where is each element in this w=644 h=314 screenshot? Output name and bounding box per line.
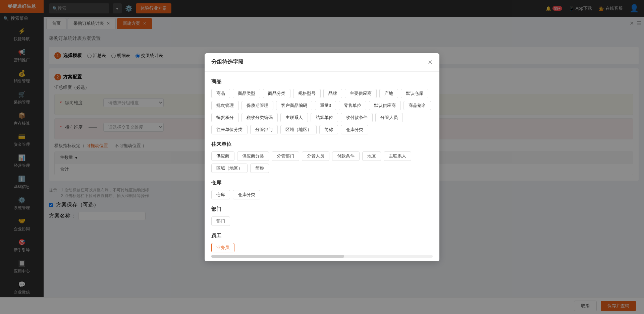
modal-header: 分组待选字段 ✕ [205, 53, 439, 72]
field-tag[interactable]: 拣货积分 [211, 113, 239, 122]
field-tag[interactable]: 默认仓库 [401, 89, 428, 98]
section-partner-fields: 供应商 供应商分类 分管部门 分管人员 付款条件 地区 主联系人 区域（地区） … [211, 151, 433, 173]
modal-title: 分组待选字段 [211, 59, 244, 66]
field-tag[interactable]: 分管人员 [375, 113, 403, 122]
field-tag[interactable]: 保质期管理 [241, 101, 273, 110]
field-tag[interactable]: 仓库 [211, 190, 230, 199]
section-goods-title: 商品 [211, 78, 433, 85]
section-goods-fields: 商品 商品类型 商品分类 规格型号 品牌 主要供应商 产地 默认仓库 批次管理 … [211, 89, 433, 134]
section-warehouse-fields: 仓库 仓库分类 [211, 190, 433, 199]
field-tag[interactable]: 商品分类 [263, 89, 290, 98]
field-tag[interactable]: 结算单位 [311, 113, 338, 122]
field-tag[interactable]: 仓库分类 [233, 190, 260, 199]
section-employee-title: 员工 [211, 233, 433, 239]
field-tag[interactable]: 供应商 [211, 151, 234, 161]
section-warehouse-title: 仓库 [211, 180, 433, 186]
section-dept-fields: 部门 [211, 216, 433, 226]
field-tag[interactable]: 区域（地区） [211, 164, 248, 173]
field-tag[interactable]: 商品类型 [233, 89, 260, 98]
field-tag[interactable]: 客户商品编码 [276, 101, 312, 110]
field-tag[interactable]: 地区 [362, 151, 381, 161]
field-tag[interactable]: 分管部门 [272, 151, 299, 161]
field-tag[interactable]: 税收分类编码 [241, 113, 278, 122]
modal-close-btn[interactable]: ✕ [428, 59, 433, 66]
field-tag[interactable]: 主要供应商 [345, 89, 377, 98]
modal-scrollbar[interactable] [205, 255, 439, 261]
field-tag[interactable]: 主联系人 [384, 151, 411, 161]
field-tag-staff[interactable]: 业务员 [211, 243, 234, 252]
field-tag[interactable]: 商品 [211, 89, 230, 98]
field-tag[interactable]: 付款条件 [332, 151, 360, 161]
field-tag[interactable]: 规格型号 [293, 89, 321, 98]
field-tag[interactable]: 批次管理 [211, 101, 239, 110]
section-partner-title: 往来单位 [211, 141, 433, 147]
section-dept-title: 部门 [211, 206, 433, 212]
field-tag[interactable]: 分管人员 [302, 151, 329, 161]
modal: 分组待选字段 ✕ 商品 商品 商品类型 商品分类 规格型号 品牌 主要供应商 产… [205, 53, 439, 261]
field-tag[interactable]: 简称 [319, 125, 338, 134]
field-tag[interactable]: 收付款条件 [341, 113, 373, 122]
field-tag[interactable]: 零售单位 [339, 101, 366, 110]
modal-body[interactable]: 商品 商品 商品类型 商品分类 规格型号 品牌 主要供应商 产地 默认仓库 批次… [205, 72, 439, 255]
field-tag[interactable]: 产地 [379, 89, 398, 98]
field-tag[interactable]: 主联系人 [280, 113, 308, 122]
modal-overlay: 分组待选字段 ✕ 商品 商品 商品类型 商品分类 规格型号 品牌 主要供应商 产… [0, 0, 644, 314]
scrollbar-thumb[interactable] [211, 255, 344, 258]
field-tag[interactable]: 供应商分类 [237, 151, 269, 161]
field-tag[interactable]: 简称 [250, 164, 269, 173]
scrollbar-track[interactable] [211, 255, 433, 258]
field-tag[interactable]: 仓库分类 [341, 125, 368, 134]
section-employee-fields: 业务员 [211, 243, 433, 252]
field-tag[interactable]: 商品别名 [404, 101, 431, 110]
field-tag[interactable]: 分管部门 [250, 125, 278, 134]
field-tag[interactable]: 默认供应商 [369, 101, 401, 110]
field-tag[interactable]: 重量3 [315, 101, 336, 110]
field-tag[interactable]: 往来单位分类 [211, 125, 248, 134]
field-tag[interactable]: 部门 [211, 216, 230, 226]
field-tag[interactable]: 品牌 [323, 89, 342, 98]
field-tag[interactable]: 区域（地区） [280, 125, 317, 134]
